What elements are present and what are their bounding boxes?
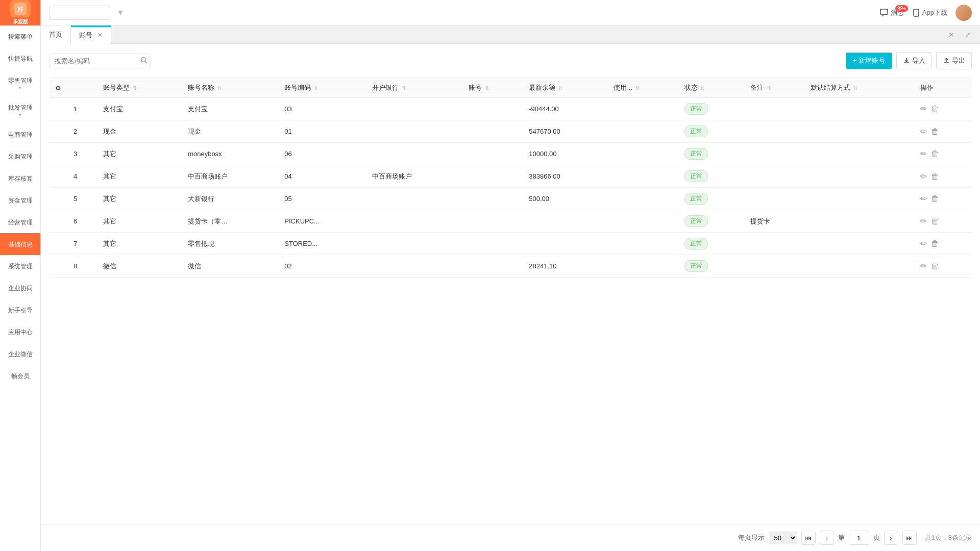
page-label: 第 [838, 533, 845, 542]
edit-button-7[interactable]: ✏ [920, 261, 927, 271]
col-usage[interactable]: 使用... ⇅ [607, 78, 678, 98]
import-button[interactable]: 导入 [896, 52, 932, 69]
col-balance[interactable]: 最新余额 ⇅ [523, 78, 607, 98]
row-bank-2 [366, 143, 462, 165]
row-account-1 [462, 120, 523, 143]
tab-home[interactable]: 首页 [41, 26, 71, 44]
app-download-button[interactable]: App下载 [912, 8, 947, 17]
col-type[interactable]: 账号类型 ⇅ [97, 78, 182, 98]
row-type-5: 其它 [97, 210, 182, 233]
delete-button-5[interactable]: 🗑 [931, 217, 939, 226]
row-name-0: 支付宝 [182, 98, 278, 120]
col-account[interactable]: 账号 ⇅ [462, 78, 523, 98]
sidebar-item-basic[interactable]: 基础信息 [0, 233, 40, 255]
import-label: 导入 [912, 56, 925, 65]
sidebar-item-inventory[interactable]: 库存核算 [0, 167, 40, 189]
edit-button-0[interactable]: ✏ [920, 104, 927, 114]
row-settings-0 [49, 98, 67, 120]
table-row: 2 现金 现金 01 547670.00 正常 ✏ 🗑 [49, 120, 972, 143]
delete-button-6[interactable]: 🗑 [931, 239, 939, 248]
sidebar-item-quicknav[interactable]: 快捷导航 [0, 47, 40, 69]
search-icon[interactable] [136, 57, 151, 65]
delete-button-0[interactable]: 🗑 [931, 105, 939, 114]
page-input[interactable] [849, 531, 869, 545]
last-page-button[interactable]: ⏭ [902, 531, 917, 545]
edit-button-2[interactable]: ✏ [920, 149, 927, 159]
message-button[interactable]: 消息 99+ [879, 8, 904, 17]
row-settings-5 [49, 210, 67, 233]
sidebar-item-wecom[interactable]: 企业微信 [0, 343, 40, 365]
row-account-6 [462, 233, 523, 255]
next-page-button[interactable]: › [884, 531, 898, 545]
tab-account[interactable]: 账号 ✕ [71, 26, 111, 44]
tab-fullscreen-button[interactable]: ⤢ [962, 29, 974, 41]
main-area: ▼ 消息 99+ App下载 首页 账号 ✕ ✕ ⤢ [41, 0, 980, 551]
col-settings[interactable]: ⚙ [49, 78, 67, 98]
accounts-table: ⚙ 账号类型 ⇅ 账号名称 ⇅ 账号编码 ⇅ 开户银行 ⇅ 账号 ⇅ 最新余额 … [49, 78, 972, 278]
first-page-button[interactable]: ⏮ [801, 531, 816, 545]
col-bank[interactable]: 开户银行 ⇅ [366, 78, 462, 98]
row-balance-0: -90444.00 [523, 98, 607, 120]
row-name-7: 微信 [182, 255, 278, 278]
delete-button-2[interactable]: 🗑 [931, 149, 939, 159]
sidebar-item-finance[interactable]: 资金管理 [0, 189, 40, 211]
table-row: 8 微信 微信 02 28241.10 正常 ✏ 🗑 [49, 255, 972, 278]
add-account-button[interactable]: + 新增账号 [846, 53, 892, 69]
top-search-input[interactable] [49, 6, 110, 20]
sidebar-item-operation[interactable]: 经营管理 [0, 211, 40, 233]
sort-icon-bank: ⇅ [402, 85, 406, 91]
edit-button-3[interactable]: ✏ [920, 171, 927, 181]
edit-button-4[interactable]: ✏ [920, 194, 927, 204]
sidebar-item-enterprise[interactable]: 企业协同 [0, 277, 40, 299]
row-actions-1: ✏ 🗑 [914, 120, 972, 143]
tab-close-button[interactable]: ✕ [945, 29, 958, 41]
col-name[interactable]: 账号名称 ⇅ [182, 78, 278, 98]
sort-icon-usage: ⇅ [635, 85, 640, 91]
delete-button-1[interactable]: 🗑 [931, 127, 939, 136]
edit-button-1[interactable]: ✏ [920, 127, 927, 136]
sidebar-item-purchase[interactable]: 采购管理 [0, 145, 40, 167]
sidebar-item-member[interactable]: 畅会员 [0, 365, 40, 387]
prev-page-button[interactable]: ‹ [820, 531, 834, 545]
table-row: 1 支付宝 支付宝 03 -90444.00 正常 ✏ 🗑 [49, 98, 972, 120]
user-avatar[interactable] [955, 5, 972, 21]
sort-icon-code: ⇅ [314, 85, 318, 91]
col-status[interactable]: 状态 ⇅ [678, 78, 745, 98]
row-status-2: 正常 [678, 143, 745, 165]
sidebar-item-appcenter[interactable]: 应用中心 [0, 321, 40, 343]
tab-account-close[interactable]: ✕ [97, 32, 103, 39]
row-code-7: 02 [278, 255, 366, 278]
row-bank-4 [366, 188, 462, 210]
row-balance-3: 383866.00 [523, 165, 607, 188]
toolbar: + 新增账号 导入 导出 [49, 52, 972, 69]
col-settlement[interactable]: 默认结算方式 ⇅ [804, 78, 914, 98]
edit-button-6[interactable]: ✏ [920, 239, 927, 248]
export-button[interactable]: 导出 [936, 52, 972, 69]
row-remark-4 [744, 188, 804, 210]
delete-button-4[interactable]: 🗑 [931, 194, 939, 204]
row-actions-0: ✏ 🗑 [914, 98, 972, 120]
sidebar-item-ecommerce[interactable]: 电商管理 [0, 123, 40, 145]
col-index [67, 78, 97, 98]
sidebar-item-guide[interactable]: 新手引导 [0, 299, 40, 321]
edit-button-5[interactable]: ✏ [920, 216, 927, 226]
delete-button-3[interactable]: 🗑 [931, 172, 939, 181]
sidebar-item-system[interactable]: 系统管理 [0, 255, 40, 277]
sidebar-item-retail[interactable]: 零售管理 ▼ [0, 69, 40, 96]
sidebar-item-search[interactable]: 搜索菜单 [0, 26, 40, 47]
page-size-select[interactable]: 50 20 100 [769, 532, 797, 544]
search-wrap [49, 54, 151, 68]
sidebar-item-wholesale[interactable]: 批发管理 ▼ [0, 96, 40, 123]
delete-button-7[interactable]: 🗑 [931, 262, 939, 271]
row-index-7: 8 [67, 255, 97, 278]
row-actions-2: ✏ 🗑 [914, 143, 972, 165]
search-input[interactable] [50, 54, 136, 68]
row-actions-5: ✏ 🗑 [914, 210, 972, 233]
col-code[interactable]: 账号编码 ⇅ [278, 78, 366, 98]
row-type-4: 其它 [97, 188, 182, 210]
row-usage-5 [607, 210, 678, 233]
row-usage-2 [607, 143, 678, 165]
row-status-4: 正常 [678, 188, 745, 210]
col-remark[interactable]: 备注 ⇅ [744, 78, 804, 98]
tab-bar: 首页 账号 ✕ ✕ ⤢ [41, 26, 980, 44]
